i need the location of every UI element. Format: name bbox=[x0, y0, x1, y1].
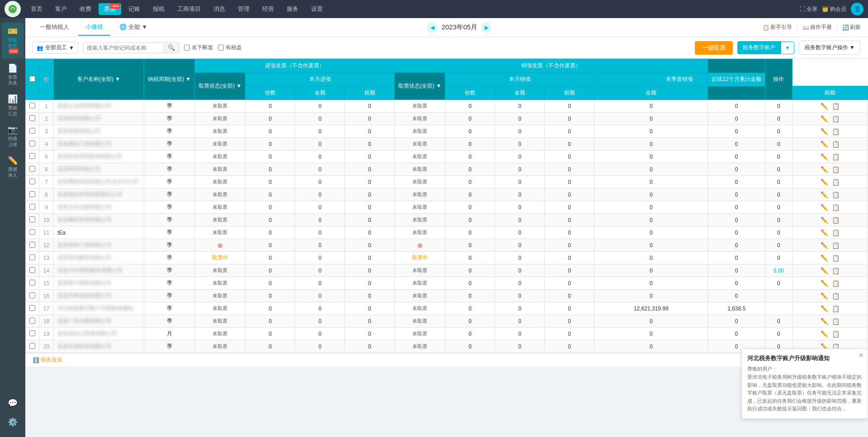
row-checkbox[interactable] bbox=[29, 128, 35, 134]
row-checkbox[interactable] bbox=[29, 292, 35, 298]
customer-name-cell[interactable]: tEa bbox=[54, 226, 144, 239]
edit-icon[interactable]: ✏️ bbox=[821, 128, 828, 135]
copy-icon[interactable]: 📋 bbox=[832, 166, 840, 173]
copy-icon[interactable]: 📋 bbox=[832, 318, 840, 325]
next-month-button[interactable]: ▶ bbox=[481, 22, 492, 33]
nav-home[interactable]: 首页 bbox=[25, 3, 48, 15]
row-checkbox[interactable] bbox=[29, 216, 35, 222]
customer-name-cell[interactable]: 某某贸易有限公司 bbox=[54, 125, 144, 138]
row-checkbox[interactable] bbox=[29, 204, 35, 210]
manual-link[interactable]: 📖 操作手册 bbox=[802, 23, 832, 31]
edit-icon[interactable]: ✏️ bbox=[821, 216, 828, 224]
row-checkbox[interactable] bbox=[29, 280, 35, 286]
copy-icon[interactable]: 📋 bbox=[832, 254, 840, 262]
customer-name-cell[interactable]: 某某企业管理有限公司 bbox=[54, 100, 144, 113]
nav-manage[interactable]: 管理 bbox=[232, 3, 255, 15]
edit-icon[interactable]: ✏️ bbox=[821, 280, 828, 287]
search-input[interactable] bbox=[83, 42, 164, 53]
edit-icon[interactable]: ✏️ bbox=[821, 115, 828, 122]
customer-name-cell[interactable]: 某某电子商务有限公司 bbox=[54, 277, 144, 290]
nav-settings[interactable]: 设置 bbox=[306, 3, 328, 15]
row-checkbox[interactable] bbox=[29, 229, 35, 235]
copy-icon[interactable]: 📋 bbox=[832, 191, 840, 198]
row-checkbox[interactable] bbox=[29, 330, 35, 336]
copy-icon[interactable]: 📋 bbox=[832, 330, 840, 338]
customer-name-cell[interactable]: 某某餐饮管理有限公司 bbox=[54, 214, 144, 226]
tab-small-scale[interactable]: 小规模 bbox=[78, 19, 110, 36]
edit-icon[interactable]: ✏️ bbox=[821, 318, 828, 325]
customer-name-cell[interactable]: 某某建筑工程有限公司 bbox=[54, 138, 144, 150]
notification-close-button[interactable]: ✕ bbox=[859, 352, 864, 359]
sidebar-item-invoice-summary[interactable]: 📊 票据汇总 bbox=[2, 90, 24, 120]
edit-icon[interactable]: ✏️ bbox=[821, 267, 828, 274]
nav-business[interactable]: 工商项目 bbox=[172, 3, 206, 15]
customer-name-cell[interactable]: 河北税务数字账户升级影响通知 bbox=[54, 302, 144, 315]
sidebar-item-messages[interactable]: 💬 bbox=[2, 395, 24, 413]
row-checkbox[interactable] bbox=[29, 153, 35, 159]
customer-name-cell[interactable]: 某某广告传播有限公司 bbox=[54, 315, 144, 328]
customer-name-cell[interactable]: 某某商贸有限公司 bbox=[54, 163, 144, 176]
copy-icon[interactable]: 📋 bbox=[832, 128, 840, 135]
customer-name-cell[interactable]: 某某网络科技有限公司北京分公司 bbox=[54, 176, 144, 188]
copy-icon[interactable]: 📋 bbox=[832, 153, 840, 160]
vip-button[interactable]: 👑 购会员 bbox=[822, 5, 846, 13]
sidebar-item-settings[interactable]: ⚙️ bbox=[2, 414, 24, 432]
nav-tax[interactable]: 报税 bbox=[147, 3, 170, 15]
edit-icon[interactable]: ✏️ bbox=[821, 292, 828, 300]
customer-name-cell[interactable]: 某某装饰工程有限公司 bbox=[54, 239, 144, 252]
sidebar-item-smart-ticket[interactable]: 🎫 智能取票 new bbox=[2, 23, 24, 59]
row-checkbox[interactable] bbox=[29, 191, 35, 197]
copy-icon[interactable]: 📋 bbox=[832, 242, 840, 249]
row-checkbox[interactable] bbox=[29, 254, 35, 260]
copy-icon[interactable]: 📋 bbox=[832, 305, 840, 312]
row-checkbox[interactable] bbox=[29, 242, 35, 248]
edit-icon[interactable]: ✏️ bbox=[821, 191, 828, 198]
user-avatar[interactable]: 👤 bbox=[851, 3, 863, 15]
header-in-status[interactable]: 取票状态(全部) ▼ bbox=[195, 73, 245, 100]
header-customer-name[interactable]: 客户名称(全部) ▼ bbox=[54, 59, 144, 100]
row-checkbox[interactable] bbox=[29, 267, 35, 273]
edit-icon[interactable]: ✏️ bbox=[821, 103, 828, 110]
employee-filter-select[interactable]: 👥 全部员工 ▼ bbox=[33, 42, 78, 54]
customer-name-cell[interactable]: 某某生物科技有限公司 bbox=[54, 340, 144, 353]
tab-all-capable[interactable]: 🌐 全能 ▼ bbox=[112, 19, 155, 36]
row-checkbox[interactable] bbox=[29, 318, 35, 324]
copy-icon[interactable]: 📋 bbox=[832, 229, 840, 236]
copy-icon[interactable]: 📋 bbox=[832, 179, 840, 186]
sub-account-checkbox-label[interactable]: 名下帐套 bbox=[184, 44, 213, 52]
tax-policy-link[interactable]: ℹ️ 税务政策 bbox=[33, 356, 62, 364]
row-checkbox[interactable] bbox=[29, 305, 35, 311]
edit-icon[interactable]: ✏️ bbox=[821, 330, 828, 338]
customer-name-cell[interactable]: 某某科技有限公司 bbox=[54, 113, 144, 125]
copy-icon[interactable]: 📋 bbox=[832, 267, 840, 274]
header-out-status[interactable]: 取票状态(全部) ▼ bbox=[395, 73, 445, 100]
row-checkbox[interactable] bbox=[29, 179, 35, 184]
search-button[interactable]: 🔍 bbox=[164, 42, 179, 53]
row-checkbox[interactable] bbox=[29, 166, 35, 172]
edit-icon[interactable]: ✏️ bbox=[821, 254, 828, 262]
row-checkbox[interactable] bbox=[29, 115, 35, 121]
row-checkbox[interactable] bbox=[29, 103, 35, 108]
row-checkbox[interactable] bbox=[29, 141, 35, 146]
new-user-guide-link[interactable]: 📋 新手引导 bbox=[763, 23, 792, 31]
sidebar-item-invoice-open[interactable]: 📄 发票开具 bbox=[2, 60, 24, 89]
sidebar-item-scan-upload[interactable]: 📷 扫描上传 bbox=[2, 121, 24, 151]
copy-icon[interactable]: 📋 bbox=[832, 204, 840, 211]
customer-name-cell[interactable]: 某某文化传媒有限公司 bbox=[54, 201, 144, 214]
edit-icon[interactable]: ✏️ bbox=[821, 229, 828, 236]
sidebar-item-invoice-entry[interactable]: ✏️ 票据录入 bbox=[2, 152, 24, 182]
row-checkbox[interactable] bbox=[29, 343, 35, 349]
copy-icon[interactable]: 📋 bbox=[832, 280, 840, 287]
header-tax-cycle[interactable]: 纳税周期(全部) ▼ bbox=[144, 59, 195, 100]
sub-account-checkbox[interactable] bbox=[184, 45, 190, 51]
edit-icon[interactable]: ✏️ bbox=[821, 305, 828, 312]
copy-icon[interactable]: 📋 bbox=[832, 141, 840, 148]
nav-fee[interactable]: 收费 bbox=[74, 3, 97, 15]
edit-icon[interactable]: ✏️ bbox=[821, 204, 828, 211]
refresh-button[interactable]: 🔄 刷新 bbox=[842, 23, 861, 31]
customer-name-cell[interactable]: 某某物业管理有限责任公司 bbox=[54, 188, 144, 201]
copy-icon[interactable]: 📋 bbox=[832, 292, 840, 300]
customer-name-cell[interactable]: 某某进出口贸易有限公司 bbox=[54, 328, 144, 340]
customer-name-cell[interactable]: 某某汽车销售服务有限公司 bbox=[54, 264, 144, 277]
edit-icon[interactable]: ✏️ bbox=[821, 153, 828, 160]
